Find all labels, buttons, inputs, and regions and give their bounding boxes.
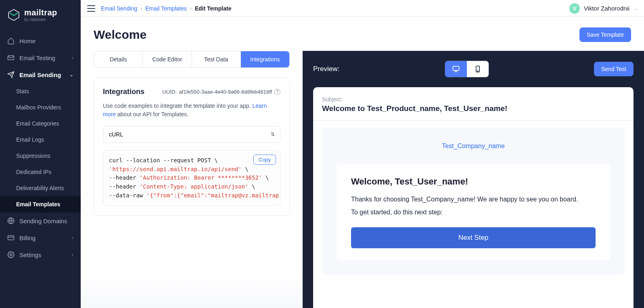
subject-text: Welcome to Test_Product_name, Test_User_… [322, 104, 625, 113]
crumb-current: Edit Template [195, 5, 232, 12]
help-icon[interactable]: ? [274, 89, 280, 95]
email-paragraph: To get started, do this next step: [351, 209, 596, 216]
mail-check-icon [7, 54, 15, 61]
nav-suppressions[interactable]: Suppressions [0, 148, 81, 164]
chevron-right-icon: › [72, 235, 73, 241]
mobile-icon [474, 65, 482, 73]
svg-rect-6 [453, 66, 459, 70]
user-name: Viktor Zahorodnii [584, 5, 629, 12]
nav-stats[interactable]: Stats [0, 83, 81, 99]
menu-toggle-icon[interactable] [87, 5, 95, 12]
subject-label: Subject: [322, 96, 625, 103]
company-name: Test_Company_name [337, 142, 610, 150]
chevron-down-icon: ⌄ [634, 6, 638, 11]
crumb-email-sending[interactable]: Email Sending [101, 5, 137, 12]
nav-email-logs[interactable]: Email Logs [0, 132, 81, 148]
nav-sending-domains[interactable]: Sending Domains [0, 212, 81, 229]
uuid-value: af1fe550-3aae-4e40-9a66-6d8feb4616ff [179, 89, 272, 95]
send-test-button[interactable]: Send Test [594, 62, 634, 76]
email-paragraph: Thanks for choosing Test_Company_name! W… [351, 196, 596, 203]
send-icon [7, 71, 15, 78]
next-step-button[interactable]: Next Step [351, 227, 596, 248]
svg-marker-0 [8, 9, 19, 20]
crumb-email-templates[interactable]: Email Templates [145, 5, 186, 12]
main: Email Sending › Email Templates › Edit T… [81, 0, 644, 308]
nav: Home Email Testing › Email Sending ⌄ Sta… [0, 32, 81, 263]
chevron-right-icon: › [72, 252, 73, 258]
nav-email-sending[interactable]: Email Sending ⌄ [0, 66, 81, 83]
svg-rect-3 [8, 236, 14, 240]
nav-settings[interactable]: Settings › [0, 246, 81, 263]
nav-home[interactable]: Home [0, 32, 81, 49]
svg-point-5 [10, 254, 12, 256]
language-select-input[interactable]: cURL [103, 126, 280, 143]
card-icon [7, 234, 15, 241]
uuid-display: UUID: af1fe550-3aae-4e40-9a66-6d8feb4616… [162, 89, 280, 95]
editor-pane: Details Code Editor Test Data Integratio… [81, 51, 303, 308]
copy-button[interactable]: Copy [253, 155, 276, 165]
editor-tabs: Details Code Editor Test Data Integratio… [94, 51, 290, 68]
email-heading: Welcome, Test_User_name! [351, 176, 596, 187]
chevron-down-icon: ⌄ [69, 72, 73, 78]
chevron-right-icon: › [190, 6, 192, 11]
preview-pane: Preview: Send Test Subject: Welcome to T… [303, 51, 644, 308]
divider [313, 120, 634, 121]
logo[interactable]: mailtrap by railsware [0, 0, 81, 29]
topbar: Email Sending › Email Templates › Edit T… [81, 0, 644, 17]
home-icon [7, 37, 15, 44]
avatar: V [569, 3, 580, 14]
mobile-view-button[interactable] [467, 61, 489, 77]
nav-dedicated-ips[interactable]: Dedicated IPs [0, 164, 81, 180]
desktop-view-button[interactable] [445, 61, 467, 77]
tab-details[interactable]: Details [94, 51, 142, 67]
logo-icon [7, 8, 20, 21]
gear-icon [7, 251, 15, 258]
tab-code-editor[interactable]: Code Editor [142, 51, 191, 67]
integrations-card: Integrations UUID: af1fe550-3aae-4e40-9a… [94, 78, 290, 216]
sidebar: mailtrap by railsware Home Email Testing… [0, 0, 81, 308]
preview-toolbar: Preview: Send Test [313, 61, 634, 78]
tab-integrations[interactable]: Integrations [240, 51, 289, 67]
email-body: Test_Company_name Welcome, Test_User_nam… [322, 128, 625, 275]
nav-mailbox-providers[interactable]: Mailbox Providers [0, 99, 81, 115]
desktop-icon [452, 65, 460, 73]
chevron-right-icon: › [140, 6, 142, 11]
brand-name: mailtrap [24, 8, 57, 17]
svg-point-10 [477, 71, 478, 71]
preview-frame: Subject: Welcome to Test_Product_name, T… [313, 87, 634, 308]
language-select[interactable]: cURL [103, 126, 280, 143]
save-template-button[interactable]: Save Template [579, 27, 631, 42]
tab-test-data[interactable]: Test Data [192, 51, 240, 67]
chevron-right-icon: › [72, 55, 73, 61]
nav-email-templates[interactable]: Email Templates [0, 196, 81, 212]
integrations-title: Integrations [103, 88, 144, 96]
preview-label: Preview: [313, 65, 339, 73]
nav-email-testing[interactable]: Email Testing › [0, 49, 81, 66]
page-title: Welcome [94, 28, 146, 42]
breadcrumb: Email Sending › Email Templates › Edit T… [101, 5, 232, 12]
user-menu[interactable]: V Viktor Zahorodnii ⌄ [569, 3, 638, 14]
device-toggle [445, 61, 489, 78]
email-card: Welcome, Test_User_name! Thanks for choo… [337, 164, 610, 260]
globe-icon [7, 217, 15, 224]
integrations-desc: Use code examples to integrate the templ… [103, 102, 280, 119]
nav-deliverability-alerts[interactable]: Deliverability Alerts [0, 180, 81, 196]
brand-sub: by railsware [24, 17, 57, 22]
page-header: Welcome Save Template [81, 17, 644, 51]
nav-billing[interactable]: Billing › [0, 229, 81, 246]
code-example: Copycurl --location --request POST \ 'ht… [103, 150, 280, 206]
nav-email-categories[interactable]: Email Categories [0, 115, 81, 132]
